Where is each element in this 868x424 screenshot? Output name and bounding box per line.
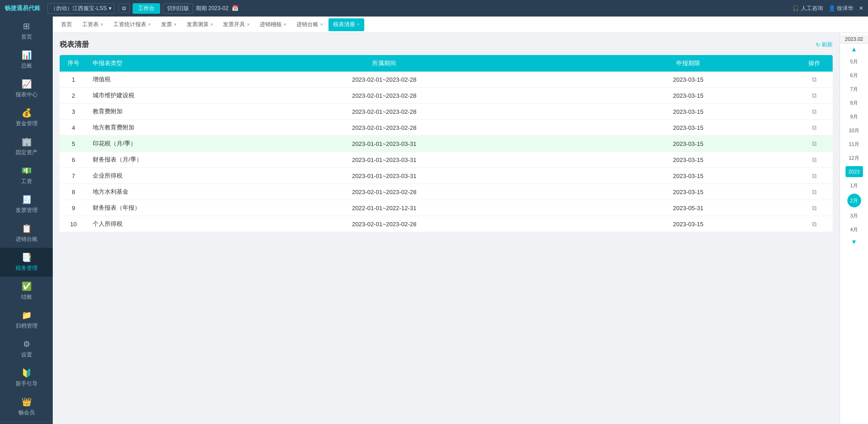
tab-purchase-ledger[interactable]: 进销台账 × bbox=[292, 18, 328, 31]
sidebar-item-salary[interactable]: 💵 工资 bbox=[0, 161, 53, 190]
cell-type-4: 地方教育费附加 bbox=[87, 120, 188, 136]
fixed-assets-icon: 🏢 bbox=[22, 137, 32, 147]
tab-purchase-ledger-close[interactable]: × bbox=[320, 22, 323, 27]
sidebar-item-purchase-ledger[interactable]: 📋 进销台账 bbox=[0, 219, 53, 248]
nav-up-btn[interactable]: ▲ bbox=[849, 44, 859, 55]
switch-button[interactable]: 切到旧版 bbox=[163, 3, 193, 14]
tab-tax-list-close[interactable]: × bbox=[357, 22, 360, 27]
action-icon-1[interactable]: ⧉ bbox=[812, 76, 817, 83]
cell-deadline-5: 2023-03-15 bbox=[580, 136, 796, 152]
cell-deadline-10: 2023-03-15 bbox=[580, 216, 796, 232]
tab-invoice[interactable]: 发票 × bbox=[156, 18, 181, 31]
cell-action-4[interactable]: ⧉ bbox=[796, 120, 833, 136]
cell-type-1: 增值税 bbox=[87, 72, 188, 88]
action-icon-8[interactable]: ⧉ bbox=[812, 188, 817, 195]
sidebar-item-settings[interactable]: ⚙ 设置 bbox=[0, 335, 53, 363]
company-selector[interactable]: （勿动）江西服宝-LSS ▾ bbox=[47, 3, 115, 14]
user-menu[interactable]: 👤 徐泽华 bbox=[829, 5, 853, 12]
cell-action-5[interactable]: ⧉ bbox=[796, 136, 833, 152]
sidebar-label-home: 首页 bbox=[21, 33, 32, 41]
cell-type-8: 地方水利基金 bbox=[87, 184, 188, 200]
action-icon-9[interactable]: ⧉ bbox=[812, 204, 817, 212]
cell-action-9[interactable]: ⧉ bbox=[796, 200, 833, 216]
refresh-icon: ↻ bbox=[816, 42, 820, 48]
sidebar-item-tax-mgmt[interactable]: 📑 税务管理 bbox=[0, 248, 53, 277]
month-7[interactable]: 7月 bbox=[840, 82, 868, 96]
salary-icon: 💵 bbox=[22, 166, 32, 176]
cell-type-9: 财务报表（年报） bbox=[87, 200, 188, 216]
tab-invoice-open[interactable]: 发票开具 × bbox=[218, 18, 254, 31]
tab-invoice-calc-close[interactable]: × bbox=[211, 22, 213, 27]
cell-action-8[interactable]: ⧉ bbox=[796, 184, 833, 200]
sidebar-item-new-guide[interactable]: 🔰 新手引导 bbox=[0, 363, 53, 392]
sidebar-item-reports[interactable]: 📈 报表中心 bbox=[0, 74, 53, 103]
month-1[interactable]: 1月 bbox=[840, 179, 868, 192]
purchase-ledger-icon: 📋 bbox=[22, 223, 32, 234]
cell-action-6[interactable]: ⧉ bbox=[796, 152, 833, 168]
month-11[interactable]: 11月 bbox=[840, 137, 868, 151]
page-content: 税表清册 ↻ 刷新 序号 申报表类型 所属期间 申报期限 操作 bbox=[53, 33, 868, 424]
cell-seq-5: 5 bbox=[60, 136, 87, 152]
sidebar-item-fixed-assets[interactable]: 🏢 固定资产 bbox=[0, 132, 53, 161]
cell-period-1: 2023-02-01~2023-02-28 bbox=[188, 72, 580, 88]
action-icon-7[interactable]: ⧉ bbox=[812, 172, 817, 179]
cell-action-1[interactable]: ⧉ bbox=[796, 72, 833, 88]
sidebar-item-ledger[interactable]: 📊 总账 bbox=[0, 45, 53, 74]
cell-seq-2: 2 bbox=[60, 88, 87, 104]
copy-icon-btn[interactable]: ⧉ bbox=[118, 4, 130, 13]
cell-action-2[interactable]: ⧉ bbox=[796, 88, 833, 104]
month-4[interactable]: 4月 bbox=[840, 223, 868, 236]
month-8[interactable]: 8月 bbox=[840, 96, 868, 110]
sidebar-item-invoice-mgmt[interactable]: 🧾 发票管理 bbox=[0, 190, 53, 219]
close-window-btn[interactable]: ✕ bbox=[859, 5, 863, 11]
action-icon-4[interactable]: ⧉ bbox=[812, 124, 817, 131]
refresh-button[interactable]: ↻ 刷新 bbox=[816, 41, 833, 49]
action-icon-2[interactable]: ⧉ bbox=[812, 92, 817, 99]
action-icon-10[interactable]: ⧉ bbox=[812, 220, 817, 228]
sidebar-item-funds[interactable]: 💰 资金管理 bbox=[0, 103, 53, 132]
nav-down-btn[interactable]: ▼ bbox=[849, 236, 859, 247]
month-9[interactable]: 9月 bbox=[840, 110, 868, 123]
headset-icon: 🎧 bbox=[792, 5, 799, 11]
month-5[interactable]: 5月 bbox=[840, 55, 868, 68]
tab-salary-close[interactable]: × bbox=[100, 22, 103, 27]
tab-tax-list[interactable]: 税表清册 × bbox=[328, 18, 364, 31]
cancel-pin-btn[interactable]: 📌 取消固定 bbox=[0, 421, 53, 424]
tab-invoice-close[interactable]: × bbox=[174, 22, 177, 27]
cell-action-3[interactable]: ⧉ bbox=[796, 104, 833, 120]
sidebar-label-new-guide: 新手引导 bbox=[16, 380, 38, 388]
month-12[interactable]: 12月 bbox=[840, 151, 868, 165]
tab-salary-report[interactable]: 工资统计报表 × bbox=[109, 18, 156, 31]
period-label: 期期 2023-02 📅 bbox=[196, 5, 239, 12]
sidebar-item-archive[interactable]: 📁 归档管理 bbox=[0, 306, 53, 335]
sidebar-item-closing[interactable]: ✅ 结账 bbox=[0, 277, 53, 306]
tab-home[interactable]: 首页 bbox=[56, 18, 77, 31]
action-icon-5[interactable]: ⧉ bbox=[812, 140, 817, 147]
tab-salary-report-close[interactable]: × bbox=[148, 22, 151, 27]
cell-period-9: 2022-01-01~2022-12-31 bbox=[188, 200, 580, 216]
month-10[interactable]: 10月 bbox=[840, 123, 868, 137]
tab-invoice-calc[interactable]: 发票测算 × bbox=[182, 18, 218, 31]
tab-invoice-open-close[interactable]: × bbox=[247, 22, 250, 27]
action-icon-3[interactable]: ⧉ bbox=[812, 108, 817, 115]
help-btn[interactable]: 🎧 人工咨询 bbox=[792, 5, 823, 12]
month-2-active[interactable]: 2月 bbox=[840, 192, 868, 209]
tab-purchase-check[interactable]: 进销稽核 × bbox=[255, 18, 291, 31]
sidebar-item-home[interactable]: ⊞ 首页 bbox=[0, 17, 53, 45]
cell-action-7[interactable]: ⧉ bbox=[796, 168, 833, 184]
tab-salary[interactable]: 工资表 × bbox=[78, 18, 108, 31]
cell-period-2: 2023-02-01~2023-02-28 bbox=[188, 88, 580, 104]
table-row-10: 10个人所得税2023-02-01~2023-02-282023-03-15⧉ bbox=[60, 216, 833, 232]
month-6[interactable]: 6月 bbox=[840, 68, 868, 82]
tab-purchase-check-close[interactable]: × bbox=[284, 22, 286, 27]
month-3[interactable]: 3月 bbox=[840, 209, 868, 223]
username: 徐泽华 bbox=[837, 5, 853, 11]
year-2023-badge: 2023 bbox=[840, 165, 868, 179]
sidebar-label-purchase-ledger: 进销台账 bbox=[16, 235, 38, 243]
cell-action-10[interactable]: ⧉ bbox=[796, 216, 833, 232]
calendar-icon[interactable]: 📅 bbox=[232, 5, 239, 11]
col-header-type: 申报表类型 bbox=[87, 55, 188, 72]
action-icon-6[interactable]: ⧉ bbox=[812, 156, 817, 163]
sidebar-item-member[interactable]: 👑 畅会员 bbox=[0, 392, 53, 421]
workbench-button[interactable]: 工作台 bbox=[133, 3, 160, 14]
